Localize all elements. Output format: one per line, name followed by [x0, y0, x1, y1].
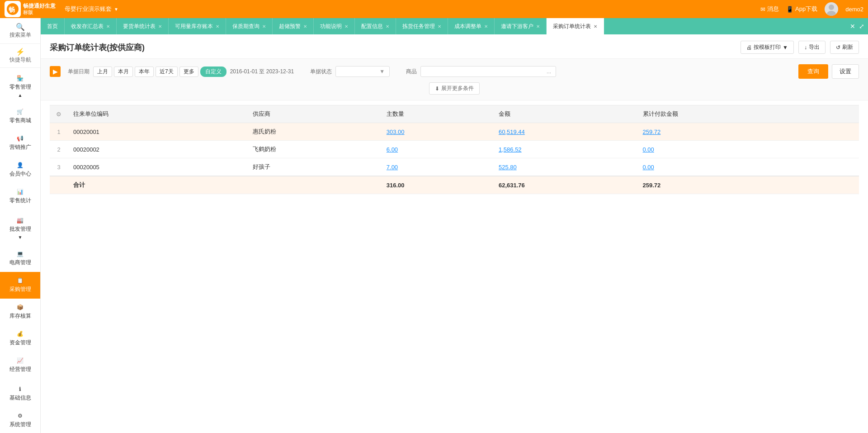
download-icon: 📱	[786, 6, 793, 13]
marketing-icon: 📢	[17, 135, 24, 142]
chevron-down-icon: ▼	[114, 7, 118, 12]
sidebar-item-wholesale-mgmt[interactable]: 🏭 批发管理 ▼	[0, 212, 40, 245]
message-icon: ✉	[760, 6, 765, 13]
tab-purchase-summary[interactable]: 采购订单统计表 ✕	[547, 18, 604, 34]
close-tab-config[interactable]: ✕	[386, 24, 389, 29]
logo-text1: 畅捷通好生意	[23, 3, 56, 9]
amount-link[interactable]: 60,519.44	[499, 128, 525, 135]
sidebar-item-finance[interactable]: 💰 资金管理	[0, 325, 40, 352]
sidebar-item-ecommerce[interactable]: 💻 电商管理	[0, 245, 40, 272]
close-tab-warranty[interactable]: ✕	[262, 24, 266, 29]
maximize-icon[interactable]: ⤢	[859, 23, 864, 30]
row-extra	[817, 141, 859, 158]
qty-link[interactable]: 6.00	[387, 146, 398, 153]
tab-inventory-book[interactable]: 可用量库存账本 ✕	[169, 18, 226, 34]
filter-goods-group: 商品 ...	[406, 66, 556, 77]
print-button[interactable]: 🖨 按模板打印 ▼	[741, 41, 794, 54]
close-tab-purchase[interactable]: ✕	[594, 24, 597, 29]
settings-button[interactable]: 设置	[832, 64, 859, 79]
sidebar-item-marketing[interactable]: 📢 营销推广	[0, 130, 40, 157]
more-icon[interactable]: ...	[547, 68, 551, 75]
close-tab-inventory[interactable]: ✕	[216, 24, 219, 29]
close-tab-receive[interactable]: ✕	[106, 24, 110, 29]
export-icon: ↓	[804, 44, 807, 51]
tab-overstock[interactable]: 超储预警 ✕	[273, 18, 314, 34]
row-amount[interactable]: 60,519.44	[493, 123, 637, 141]
tab-invite[interactable]: 邀请下游客户 ✕	[495, 18, 547, 34]
th-code: 往来单位编码	[68, 105, 247, 123]
close-tab-cost[interactable]: ✕	[484, 24, 488, 29]
row-amount[interactable]: 525.80	[493, 158, 637, 176]
tab-cost-adjust[interactable]: 成本调整单 ✕	[448, 18, 495, 34]
row-supplier: 好孩子	[247, 158, 381, 176]
search-button[interactable]: 查询	[798, 64, 828, 79]
sidebar-item-basic-info[interactable]: ℹ 基础信息	[0, 381, 40, 407]
tab-config[interactable]: 配置信息 ✕	[355, 18, 396, 34]
close-tab-overstock[interactable]: ✕	[303, 24, 307, 29]
sidebar-item-retail-mgmt[interactable]: 🏪 零售管理 ▲	[0, 70, 40, 103]
print-dropdown-icon: ▼	[783, 44, 788, 51]
sidebar-item-member-center[interactable]: 👤 会员中心	[0, 157, 40, 183]
paid-link[interactable]: 0.00	[643, 146, 654, 153]
tab-order-summary[interactable]: 要货单统计表 ✕	[117, 18, 169, 34]
sidebar-item-inventory-check[interactable]: 📦 库存核算	[0, 299, 40, 325]
shortcut-last-month[interactable]: 上月	[93, 67, 112, 77]
refresh-button[interactable]: ↺ 刷新	[830, 41, 859, 54]
column-settings-icon[interactable]: ⚙	[56, 111, 61, 118]
row-amount[interactable]: 1,586.52	[493, 141, 637, 158]
message-btn[interactable]: ✉ 消息	[760, 5, 779, 13]
footer-empty	[50, 176, 68, 194]
row-qty[interactable]: 6.00	[381, 141, 493, 158]
logo: 畅 畅捷通好生意 标版	[5, 1, 56, 17]
sidebar: 🔍 搜索菜单 ⚡ 快捷导航 🏪 零售管理 ▲ 🛒 零售商城 📢 营销推广 👤 会…	[0, 18, 41, 433]
close-tab-function[interactable]: ✕	[344, 24, 348, 29]
retail-stats-icon: 📊	[17, 189, 24, 195]
sidebar-item-system-mgmt[interactable]: ⚙ 系统管理	[0, 407, 40, 433]
amount-link[interactable]: 525.80	[499, 164, 517, 171]
shortcut-this-year[interactable]: 本年	[135, 67, 154, 77]
download-btn[interactable]: 📱 App下载	[786, 5, 817, 13]
shortcut-this-month[interactable]: 本月	[114, 67, 133, 77]
paid-link[interactable]: 0.00	[643, 164, 654, 171]
sidebar-item-retail-stats[interactable]: 📊 零售统计	[0, 183, 40, 210]
tab-home[interactable]: 首页	[41, 18, 65, 34]
close-tab-invite[interactable]: ✕	[536, 24, 540, 29]
tab-receive-summary[interactable]: 收发存汇总表 ✕	[65, 18, 117, 34]
expand-more-btn[interactable]: ⬇ 展开更多条件	[429, 82, 480, 95]
close-tab-icon[interactable]: ✕	[850, 23, 855, 30]
workspace-selector[interactable]: 母婴行业演示账套 ▼	[65, 5, 118, 13]
goods-input[interactable]: ...	[420, 66, 556, 77]
sidebar-item-retail-shop[interactable]: 🛒 零售商城	[0, 103, 40, 130]
export-button[interactable]: ↓ 导出	[798, 41, 826, 54]
shortcut-7days[interactable]: 近7天	[156, 67, 178, 77]
qty-link[interactable]: 303.00	[387, 128, 405, 135]
close-tab-order[interactable]: ✕	[158, 24, 162, 29]
shortcut-more[interactable]: 更多	[179, 67, 198, 77]
tab-function-desc[interactable]: 功能说明 ✕	[314, 18, 355, 34]
date-filter-label: 单据日期	[68, 68, 90, 76]
row-paid[interactable]: 259.72	[637, 123, 817, 141]
table-row: 3 00020005 好孩子 7.00 525.80 0.00	[50, 158, 859, 176]
member-icon: 👤	[17, 162, 24, 168]
ecommerce-icon: 💻	[17, 251, 24, 257]
qty-link[interactable]: 7.00	[387, 164, 398, 171]
row-paid[interactable]: 0.00	[637, 158, 817, 176]
close-tab-picking[interactable]: ✕	[438, 24, 441, 29]
tab-warranty[interactable]: 保质期查询 ✕	[226, 18, 273, 34]
top-bar-right: ✉ 消息 📱 App下载 demo2	[760, 2, 863, 16]
avatar[interactable]	[825, 2, 838, 16]
paid-link[interactable]: 259.72	[643, 128, 661, 135]
tab-picking-task[interactable]: 拣货任务管理 ✕	[396, 18, 448, 34]
shortcut-custom[interactable]: 自定义	[200, 67, 226, 77]
row-qty[interactable]: 303.00	[381, 123, 493, 141]
amount-link[interactable]: 1,586.52	[499, 146, 522, 153]
sidebar-item-purchase-mgmt[interactable]: 📋 采购管理	[0, 272, 40, 299]
row-qty[interactable]: 7.00	[381, 158, 493, 176]
row-paid[interactable]: 0.00	[637, 141, 817, 158]
sidebar-search[interactable]: 🔍 搜索菜单	[0, 18, 40, 44]
filter-toggle-btn[interactable]: ▶	[50, 66, 61, 77]
sidebar-quick-nav[interactable]: ⚡ 快捷导航	[0, 44, 40, 68]
logo-icon: 畅	[5, 1, 21, 17]
status-select[interactable]: ▼	[335, 66, 390, 77]
sidebar-item-ops-mgmt[interactable]: 📈 经营管理	[0, 352, 40, 379]
